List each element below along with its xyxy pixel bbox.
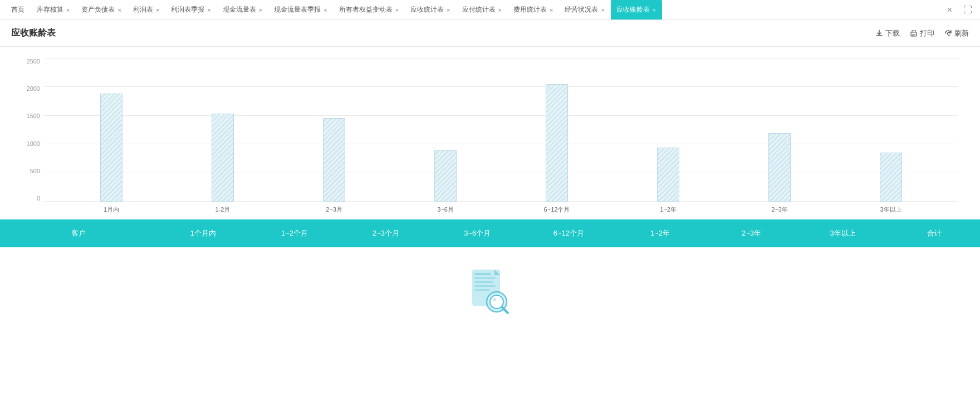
table-header-cell-7: 2~3年 <box>706 228 797 238</box>
x-axis-label: 6~12个月 <box>540 206 574 214</box>
bar <box>657 148 679 202</box>
download-button[interactable]: 下载 <box>875 28 900 38</box>
tab-profit[interactable]: 利润表 × <box>128 0 165 20</box>
tab-home[interactable]: 首页 <box>4 5 31 14</box>
x-labels: 1月内1-2月2~3月3~6月6~12个月1~2年2~3年3年以上 <box>45 202 958 214</box>
tab-close-balance[interactable]: × <box>117 7 121 13</box>
table-header-cell-9: 合计 <box>889 228 980 238</box>
download-icon <box>875 30 883 37</box>
tab-cashflow-quarterly[interactable]: 现金流量表季报 × <box>268 0 333 20</box>
empty-icon <box>462 264 518 320</box>
tab-close-equity[interactable]: × <box>395 7 399 13</box>
window-close-button[interactable]: × <box>944 4 955 16</box>
x-axis-label: 1-2月 <box>206 206 239 214</box>
bar-group <box>657 148 679 202</box>
bar <box>434 150 457 202</box>
tab-expense-stats[interactable]: 费用统计表 × <box>508 0 559 20</box>
chart-area: 2500 2000 1500 1000 500 0 <box>0 47 980 219</box>
bar-group <box>100 94 122 202</box>
tab-inventory[interactable]: 库存核算 × <box>31 0 76 20</box>
svg-rect-5 <box>474 285 496 287</box>
tab-close-inventory[interactable]: × <box>66 7 70 13</box>
tab-bar: 首页 库存核算 × 资产负债表 × 利润表 × 利润表季报 × 现金流量表 × … <box>0 0 980 20</box>
tab-equity[interactable]: 所有者权益变动表 × <box>334 0 405 20</box>
tab-ap-stats[interactable]: 应付统计表 × <box>457 0 508 20</box>
bar-group <box>546 84 568 202</box>
bars-row <box>45 58 958 202</box>
print-button[interactable]: 打印 <box>910 28 934 38</box>
tab-close-ar-aging[interactable]: × <box>653 7 656 13</box>
window-maximize-button[interactable]: ⛶ <box>960 4 976 16</box>
page-header: 应收账龄表 下载 打印 刷新 <box>0 20 980 47</box>
chart-plot: 1月内1-2月2~3月3~6月6~12个月1~2年2~3年3年以上 <box>45 58 958 214</box>
table-header: 客户1个月内1~2个月2~3个月3~6个月6~12个月1~2年2~3年3年以上合… <box>0 219 980 247</box>
tab-close-ap-stats[interactable]: × <box>498 7 502 13</box>
tab-close-operation[interactable]: × <box>601 7 604 13</box>
svg-rect-3 <box>474 277 496 279</box>
tab-close-expense-stats[interactable]: × <box>550 7 553 13</box>
x-axis-label: 3~6月 <box>429 206 462 214</box>
svg-rect-6 <box>474 289 490 291</box>
bar <box>768 133 791 202</box>
svg-rect-4 <box>474 281 493 283</box>
tab-profit-quarterly[interactable]: 利润表季报 × <box>165 0 217 20</box>
page-title: 应收账龄表 <box>11 27 56 39</box>
refresh-icon <box>944 30 952 37</box>
tab-close-cashflow-quarterly[interactable]: × <box>324 7 327 13</box>
bar-group <box>323 118 345 202</box>
svg-point-10 <box>493 298 496 301</box>
refresh-button[interactable]: 刷新 <box>944 28 969 38</box>
bar-group <box>880 153 902 202</box>
table-header-cell-8: 3年以上 <box>797 228 889 238</box>
table-header-cell-1: 1个月内 <box>158 228 249 238</box>
x-axis-label: 2~3月 <box>317 206 351 214</box>
table-header-cell-0: 客户 <box>0 228 158 238</box>
tab-balance[interactable]: 资产负债表 × <box>76 0 127 20</box>
tab-operation[interactable]: 经营状况表 × <box>559 0 610 20</box>
empty-state <box>0 247 980 401</box>
bar <box>323 118 345 202</box>
table-header-cell-6: 1~2年 <box>614 228 705 238</box>
tab-close-cashflow[interactable]: × <box>259 7 262 13</box>
table-header-cell-3: 2~3个月 <box>340 228 432 238</box>
bar <box>212 114 234 202</box>
y-axis: 2500 2000 1500 1000 500 0 <box>22 58 45 214</box>
x-axis-label: 3年以上 <box>874 206 908 214</box>
bar-group <box>212 114 234 202</box>
print-icon <box>910 30 918 37</box>
tab-ar-aging[interactable]: 应收账龄表 × <box>611 0 662 20</box>
svg-rect-2 <box>474 273 491 275</box>
bar-group <box>434 150 457 202</box>
tab-close-ar-stats[interactable]: × <box>447 7 450 13</box>
table-header-cell-4: 3~6个月 <box>432 228 523 238</box>
tab-close-profit-quarterly[interactable]: × <box>207 7 210 13</box>
bar-group <box>768 133 791 202</box>
x-axis-label: 2~3年 <box>763 206 796 214</box>
bar <box>100 94 122 202</box>
tab-cashflow[interactable]: 现金流量表 × <box>217 0 268 20</box>
bar <box>546 84 568 202</box>
x-axis-label: 1~2年 <box>651 206 685 214</box>
table-header-cell-5: 6~12个月 <box>523 228 614 238</box>
bar <box>880 153 902 202</box>
tab-close-profit[interactable]: × <box>156 7 159 13</box>
tab-ar-stats[interactable]: 应收统计表 × <box>405 0 456 20</box>
window-controls: × ⛶ <box>944 4 976 16</box>
svg-point-8 <box>490 295 503 309</box>
bar-chart: 2500 2000 1500 1000 500 0 <box>22 58 958 214</box>
x-axis-label: 1月内 <box>95 206 128 214</box>
table-header-cell-2: 1~2个月 <box>249 228 340 238</box>
header-actions: 下载 打印 刷新 <box>875 28 969 38</box>
main-content: 2500 2000 1500 1000 500 0 <box>0 47 980 401</box>
